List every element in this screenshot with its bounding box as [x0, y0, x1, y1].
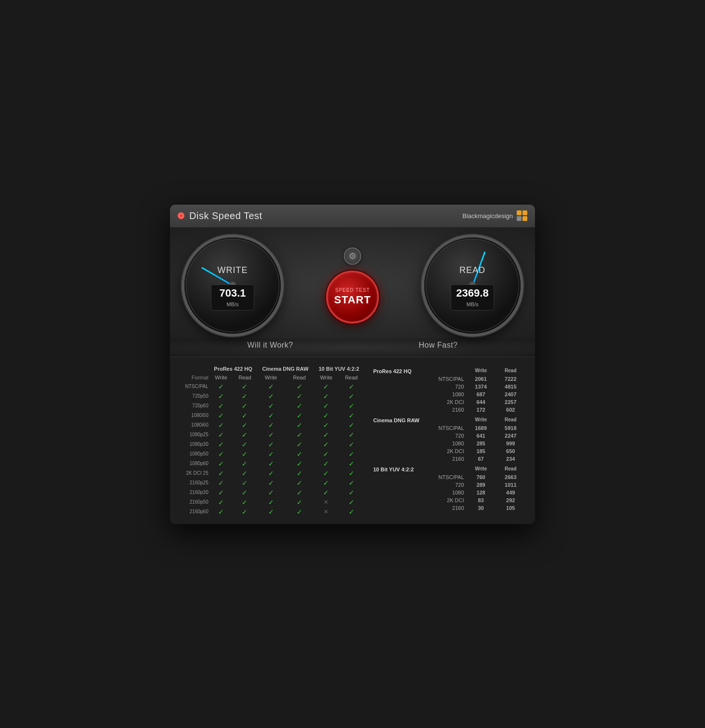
start-main-label: START — [334, 294, 371, 306]
check-cell: ✓ — [233, 411, 257, 420]
table-row: 2160p50✓✓✓✓✕✓ — [180, 497, 364, 507]
speed-read-value: 2247 — [496, 432, 525, 440]
check-icon: ✓ — [323, 441, 329, 448]
brand-name: Blackmagicdesign — [462, 212, 513, 220]
yuv-header: 10 Bit YUV 4:2:2 — [314, 364, 364, 373]
close-button[interactable]: × — [178, 212, 184, 219]
gauges-section: WRITE 703.1 MB/s ⚙ SPEED TEST START — [170, 228, 535, 338]
check-cell: ✓ — [285, 497, 314, 507]
section-header-row: ProRes 422 HQWriteRead — [371, 364, 525, 375]
speed-row: 2160172602 — [371, 406, 525, 414]
check-icon: ✓ — [297, 402, 302, 410]
check-cell: ✓ — [314, 468, 339, 478]
speed-row: NTSC/PAL16895918 — [371, 424, 525, 432]
check-cell: ✓ — [314, 420, 339, 430]
speed-row: 7206412247 — [371, 432, 525, 440]
title-bar: × Disk Speed Test Blackmagicdesign — [170, 205, 535, 228]
check-cell: ✓ — [257, 497, 285, 507]
app-title: Disk Speed Test — [189, 210, 262, 221]
check-icon: ✓ — [349, 450, 354, 458]
check-icon: ✓ — [218, 383, 224, 390]
write-value-box: 703.1 MB/s — [211, 285, 254, 311]
start-sub-label: SPEED TEST — [335, 287, 370, 293]
check-icon: ✓ — [242, 383, 248, 390]
section-title: 10 Bit YUV 4:2:2 — [371, 463, 466, 473]
check-cell: ✓ — [233, 401, 257, 411]
read-value-box: 2369.8 MB/s — [451, 285, 494, 311]
check-icon: ✓ — [268, 441, 274, 448]
left-table-body: NTSC/PAL✓✓✓✓✓✓720p50✓✓✓✓✓✓720p60✓✓✓✓✓✓10… — [180, 382, 364, 517]
check-icon: ✓ — [297, 508, 302, 516]
check-icon: ✓ — [297, 412, 302, 419]
speed-write-value: 83 — [466, 496, 496, 504]
check-icon: ✓ — [218, 421, 224, 429]
check-icon: ✓ — [323, 479, 329, 487]
speed-write-value: 67 — [466, 455, 496, 463]
check-cell: ✓ — [339, 468, 364, 478]
check-cell: ✓ — [257, 411, 285, 420]
check-cell: ✓ — [257, 401, 285, 411]
speed-read-value: 234 — [496, 455, 525, 463]
check-icon: ✓ — [349, 479, 354, 487]
read-subtitle: How Fast? — [419, 341, 458, 350]
check-cell: ✓ — [209, 478, 233, 488]
check-cell: ✓ — [233, 468, 257, 478]
speed-write-value: 172 — [466, 406, 496, 414]
check-icon: ✓ — [297, 441, 302, 448]
check-icon: ✓ — [242, 402, 248, 410]
section-header-row: 10 Bit YUV 4:2:2WriteRead — [371, 463, 525, 473]
start-button[interactable]: SPEED TEST START — [326, 271, 379, 324]
check-icon: ✓ — [349, 421, 354, 429]
check-icon: ✓ — [268, 421, 274, 429]
format-cell: NTSC/PAL — [180, 382, 209, 391]
check-cell: ✓ — [285, 449, 314, 459]
check-icon: ✓ — [297, 469, 302, 477]
speed-row: 2K DCI83292 — [371, 496, 525, 504]
col-header-read: Read — [496, 364, 525, 375]
yuv-write-header: Write — [314, 373, 339, 382]
format-cell: 1080p30 — [180, 440, 209, 449]
check-icon: ✓ — [242, 469, 248, 477]
write-unit: MB/s — [226, 301, 238, 307]
gear-button[interactable]: ⚙ — [344, 247, 361, 265]
col-header-write: Write — [466, 414, 496, 424]
speed-format-label: 1080 — [371, 440, 466, 447]
speed-format-label: 1080 — [371, 489, 466, 496]
check-cell: ✓ — [285, 488, 314, 497]
check-cell: ✓ — [209, 401, 233, 411]
check-icon: ✓ — [297, 479, 302, 487]
check-cell: ✓ — [209, 440, 233, 449]
check-icon: ✓ — [242, 479, 248, 487]
table-row: NTSC/PAL✓✓✓✓✓✓ — [180, 382, 364, 391]
check-icon: ✓ — [242, 498, 248, 506]
check-icon: ✓ — [268, 469, 274, 477]
check-icon: ✓ — [242, 392, 248, 400]
table-row: 2160p30✓✓✓✓✓✓ — [180, 488, 364, 497]
check-icon: ✓ — [323, 469, 329, 477]
check-icon: ✓ — [349, 498, 354, 506]
check-icon: ✓ — [297, 450, 302, 458]
table-section: ProRes 422 HQ Cinema DNG RAW 10 Bit YUV … — [170, 357, 535, 524]
section-title: ProRes 422 HQ — [371, 364, 466, 375]
check-cell: ✓ — [257, 478, 285, 488]
check-icon: ✓ — [349, 412, 354, 419]
check-cell: ✓ — [257, 488, 285, 497]
check-cell: ✓ — [257, 420, 285, 430]
check-cell: ✓ — [257, 468, 285, 478]
speed-format-label: 720 — [371, 383, 466, 390]
check-icon: ✓ — [268, 402, 274, 410]
speed-read-value: 2257 — [496, 398, 525, 406]
prores-write-header: Write — [209, 373, 233, 382]
check-cell: ✓ — [285, 507, 314, 517]
write-label: WRITE — [184, 265, 281, 275]
speed-row: NTSC/PAL7602663 — [371, 473, 525, 481]
check-icon: ✓ — [297, 460, 302, 468]
brand-logo: Blackmagicdesign — [462, 210, 527, 221]
check-cell: ✓ — [285, 382, 314, 391]
check-cell: ✓ — [339, 411, 364, 420]
check-cell: ✓ — [257, 449, 285, 459]
check-cell: ✕ — [314, 497, 339, 507]
speed-read-value: 602 — [496, 406, 525, 414]
check-icon: ✓ — [218, 479, 224, 487]
check-cell: ✓ — [285, 440, 314, 449]
